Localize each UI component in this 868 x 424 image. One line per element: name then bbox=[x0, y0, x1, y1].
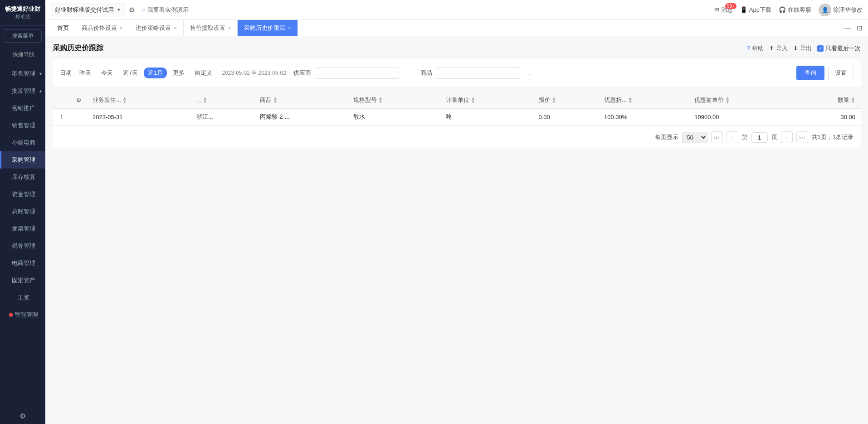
topbar-settings-icon[interactable]: ⚙ bbox=[129, 6, 135, 14]
demo-icon: ○ bbox=[142, 6, 146, 13]
tab-expand-button[interactable]: ⊡ bbox=[855, 22, 864, 34]
sidebar-item-sales[interactable]: 销售管理 bbox=[0, 117, 45, 134]
sidebar-item-payroll[interactable]: 工资 bbox=[0, 289, 45, 306]
sort-price-icon: ▲▼ bbox=[552, 96, 556, 104]
sort-date-icon: ▲▼ bbox=[122, 96, 127, 104]
th-before-price[interactable]: 优惠前单价 ▲▼ bbox=[689, 92, 795, 109]
date-btn-today[interactable]: 今天 bbox=[97, 67, 117, 78]
headset-icon: 🎧 bbox=[779, 6, 786, 13]
user-avatar: 👤 bbox=[819, 4, 831, 16]
next-page-btn[interactable]: › bbox=[781, 131, 793, 143]
goods-label: 商品 bbox=[420, 69, 432, 77]
goods-input[interactable] bbox=[436, 67, 520, 79]
tab-sale-extract-close[interactable]: × bbox=[228, 25, 231, 31]
supplier-input[interactable] bbox=[315, 67, 399, 79]
table-body: 1 2023-05-31 浙江... 丙烯酸-2-... 散水 吨 0.00 1… bbox=[53, 109, 861, 125]
sort-qty-icon: ▲▼ bbox=[851, 96, 855, 104]
date-btn-7days[interactable]: 近7天 bbox=[119, 67, 142, 78]
th-spec[interactable]: 规格型号 ▲▼ bbox=[348, 92, 440, 109]
sidebar-item-inventory[interactable]: 库存核算 bbox=[0, 169, 45, 186]
only-last-checkbox[interactable]: ✓ 只看最后一次 bbox=[817, 44, 861, 53]
date-filter-label: 日期 bbox=[60, 69, 72, 77]
sidebar-item-general-ledger[interactable]: 总账管理 bbox=[0, 203, 45, 220]
help-label: 帮助 bbox=[752, 44, 764, 53]
sidebar-item-retail[interactable]: 零售管理 bbox=[0, 65, 45, 82]
th-date[interactable]: 业务发生... ▲▼ bbox=[87, 92, 191, 109]
sort-before-price-icon: ▲▼ bbox=[725, 96, 730, 104]
supplier-filter: 供应商 ... bbox=[293, 67, 413, 79]
th-more[interactable]: ... ▲▼ bbox=[191, 92, 254, 109]
supplier-label: 供应商 bbox=[293, 69, 311, 77]
settings-button[interactable]: 设置 bbox=[828, 66, 853, 80]
sidebar-item-quick-nav[interactable]: 快捷导航 bbox=[0, 46, 45, 63]
message-button[interactable]: ✉ 消息 99+ bbox=[714, 6, 733, 14]
supplier-more-btn[interactable]: ... bbox=[403, 69, 413, 77]
th-gear[interactable]: ⚙ bbox=[71, 92, 87, 109]
tab-price-close[interactable]: × bbox=[120, 25, 122, 31]
th-price[interactable]: 报价 ▲▼ bbox=[533, 92, 599, 109]
export-icon: ⬇ bbox=[793, 45, 798, 52]
last-page-btn[interactable]: ⏭ bbox=[796, 131, 808, 143]
export-label: 导出 bbox=[800, 44, 812, 53]
user-profile-button[interactable]: 👤 徐泽华修改 bbox=[819, 4, 863, 16]
page-input[interactable] bbox=[751, 132, 768, 143]
tab-purchase-strategy[interactable]: 进价策略设置 × bbox=[129, 20, 183, 36]
per-page-select[interactable]: 50 20 100 bbox=[682, 132, 707, 143]
sidebar-item-fixed-assets[interactable]: 固定资产 bbox=[0, 272, 45, 289]
tab-purchase-strategy-close[interactable]: × bbox=[174, 25, 176, 31]
demo-label: 我要看实例演示 bbox=[147, 6, 189, 14]
tab-collapse-button[interactable]: — bbox=[843, 22, 853, 34]
tab-history-price-close[interactable]: × bbox=[288, 25, 291, 31]
filter-action-buttons: 查询 设置 bbox=[796, 66, 853, 80]
version-selector[interactable]: 好业财标准版交付试用 ▼ bbox=[51, 4, 125, 16]
th-quantity[interactable]: 数量 ▲▼ bbox=[795, 92, 861, 109]
tab-sale-extract[interactable]: 售价提取设置 × bbox=[184, 20, 238, 36]
app-download-button[interactable]: 📱 App下载 bbox=[740, 6, 771, 14]
demo-link[interactable]: ○ 我要看实例演示 bbox=[142, 6, 189, 14]
sort-discount-icon: ▲▼ bbox=[628, 96, 633, 104]
sidebar-item-tax[interactable]: 税务管理 bbox=[0, 237, 45, 255]
export-link[interactable]: ⬇ 导出 bbox=[793, 44, 812, 53]
sidebar-item-ecom[interactable]: 电商管理 bbox=[0, 255, 45, 272]
tab-home[interactable]: 首页 bbox=[51, 20, 75, 36]
user-name: 徐泽华修改 bbox=[833, 6, 863, 14]
date-btn-more[interactable]: 更多 bbox=[169, 67, 189, 78]
sidebar-item-purchase[interactable]: 采购管理 bbox=[0, 151, 45, 169]
message-icon: ✉ bbox=[714, 6, 719, 13]
date-btn-1month[interactable]: 近1月 bbox=[144, 67, 167, 78]
date-btn-custom[interactable]: 自定义 bbox=[190, 67, 216, 78]
search-menu-button[interactable]: 搜索菜单 bbox=[4, 29, 42, 43]
first-page-btn[interactable]: ⏮ bbox=[711, 131, 723, 143]
page-title: 采购历史价跟踪 bbox=[53, 43, 103, 53]
sidebar-divider-1 bbox=[0, 64, 45, 64]
table-row: 1 2023-05-31 浙江... 丙烯酸-2-... 散水 吨 0.00 1… bbox=[53, 109, 861, 125]
th-discount[interactable]: 优惠折... ▲▼ bbox=[599, 92, 689, 109]
date-btn-yesterday[interactable]: 昨天 bbox=[75, 67, 95, 78]
query-button[interactable]: 查询 bbox=[796, 66, 824, 80]
th-goods[interactable]: 商品 ▲▼ bbox=[254, 92, 348, 109]
page-header: 采购历史价跟踪 ? 帮助 ⬆ 导入 ⬇ 导出 ✓ 只看最后一次 bbox=[53, 43, 861, 53]
sidebar: 畅捷通好业财 标准版 搜索菜单 快捷导航 零售管理 批发管理 营销推广 销售管理… bbox=[0, 0, 45, 424]
tab-history-price[interactable]: 采购历史价跟踪 × bbox=[238, 20, 297, 36]
help-link[interactable]: ? 帮助 bbox=[747, 44, 764, 53]
sidebar-item-invoice[interactable]: 发票管理 bbox=[0, 220, 45, 237]
goods-more-btn[interactable]: ... bbox=[524, 69, 534, 77]
data-table: ⚙ 业务发生... ▲▼ ... ▲▼ bbox=[53, 92, 861, 125]
th-unit[interactable]: 计量单位 ▲▼ bbox=[440, 92, 533, 109]
online-service-button[interactable]: 🎧 在线客服 bbox=[779, 6, 811, 14]
tab-price[interactable]: 商品价格设置 × bbox=[75, 20, 129, 36]
cell-before-price: 10900.00 bbox=[689, 109, 795, 125]
import-link[interactable]: ⬆ 导入 bbox=[769, 44, 788, 53]
sort-spec-icon: ▲▼ bbox=[378, 96, 383, 104]
cell-index: 1 bbox=[53, 109, 71, 125]
sidebar-item-wholesale[interactable]: 批发管理 bbox=[0, 82, 45, 100]
prev-page-btn[interactable]: ‹ bbox=[727, 131, 738, 143]
sidebar-item-ecom-small[interactable]: 小畅电商 bbox=[0, 134, 45, 151]
search-menu-container[interactable]: 搜索菜单 bbox=[0, 26, 45, 46]
sidebar-item-marketing[interactable]: 营销推广 bbox=[0, 100, 45, 117]
sidebar-item-finance[interactable]: 资金管理 bbox=[0, 186, 45, 203]
sidebar-gear-icon[interactable]: ⚙ bbox=[20, 412, 26, 420]
cell-unit: 吨 bbox=[440, 109, 533, 125]
sidebar-item-smart[interactable]: 智能管理 bbox=[0, 306, 45, 323]
cell-spec: 散水 bbox=[348, 109, 440, 125]
